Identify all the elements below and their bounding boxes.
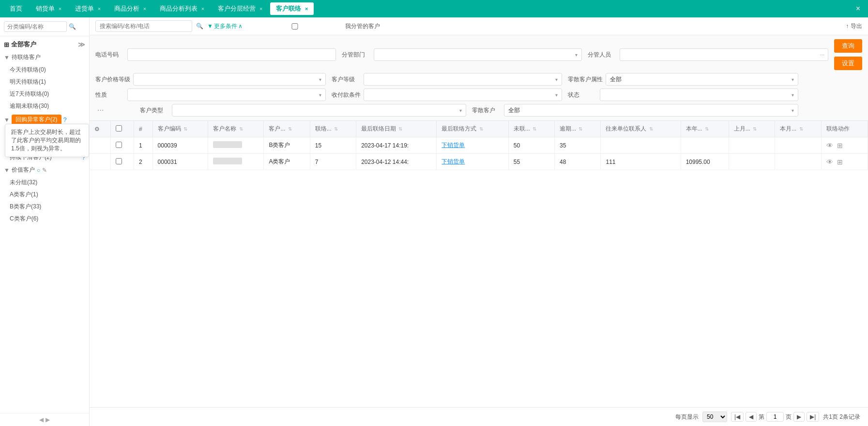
retail-customer-select[interactable]: 全部 ▾ [504,104,798,117]
nav-customer-contact[interactable]: 客户联络 × [270,2,314,15]
filter-dept: 分管部门 ▾ [342,48,582,61]
group-pending-contact[interactable]: ▼ 待联络客户 [0,51,89,64]
sidebar-item-ungrouped[interactable]: 未分组(32) [0,176,89,189]
action-more-icon[interactable]: ⊞ [837,142,843,149]
sidebar-search-icon[interactable]: 🔍 [69,23,76,30]
row-select-checkbox[interactable] [116,142,122,148]
top-nav: 首页 销货单 × 进货单 × 商品分析 × 商品分析列表 × 客户分层经营 × … [0,0,868,17]
row-checkbox [111,137,134,154]
phone-input[interactable] [127,48,336,61]
filter-manager: 分管人员 ··· [588,48,828,61]
status-select[interactable]: ▾ [600,88,798,101]
value-customers-edit[interactable]: ✎ [42,167,47,174]
sidebar-left-arrow[interactable]: ◀ [39,416,44,423]
first-page-btn[interactable]: |◀ [731,412,744,422]
row-index: 1 [134,137,152,154]
row-last-contact-method: 下销货单 [437,154,508,170]
nav-goods-list-close[interactable]: × [201,6,204,12]
chevron-down-icon-2: ▾ [319,77,321,82]
row-contact: 15 [310,137,356,154]
window-close-btn[interactable]: × [852,3,864,14]
sort-unreached: ⇅ [533,126,536,132]
next-page-btn[interactable]: ▶ [793,412,805,422]
sidebar-search-input[interactable] [4,21,67,32]
contact-method-link[interactable]: 下销货单 [442,158,465,165]
select-all-checkbox[interactable] [116,125,122,132]
customer-grade-select[interactable]: ▾ [364,73,562,86]
sidebar-item-overdue-contact[interactable]: 逾期未联络(30) [0,100,89,112]
th-overdue[interactable]: 逾期... ⇅ [555,121,601,137]
search-input[interactable] [95,20,192,32]
content-area: 🔍 ▼ 更多条件 ∧ 我分管的客户 ↑ 导出 电话号码 [90,17,868,426]
th-code[interactable]: 客户编码 ⇅ [152,121,208,137]
th-last-month[interactable]: 上月... ⇅ [729,121,775,137]
sort-contact: ⇅ [334,126,338,132]
price-grade-select[interactable]: ▾ [133,73,326,86]
th-type[interactable]: 客户... ⇅ [264,121,310,137]
th-this-year[interactable]: 本年... ⇅ [681,121,729,137]
action-view-icon[interactable]: 👁 [826,142,833,149]
dept-select[interactable]: ▾ [374,48,582,61]
value-customers-help[interactable]: ○ [37,167,40,174]
sidebar-collapse-btn[interactable]: ≫ [78,41,85,48]
nav-goods-close[interactable]: × [143,6,146,12]
sidebar-item-c-class[interactable]: C类客户(6) [0,213,89,225]
sidebar-item-a-class[interactable]: A类客户(1) [0,189,89,201]
page-input[interactable] [766,412,784,422]
sidebar-item-tomorrow-pending[interactable]: 明天待联络(1) [0,76,89,88]
nav-home[interactable]: 首页 [4,2,28,15]
table-header-row: ⚙ # 客户编码 ⇅ 客户名称 ⇅ 客户... ⇅ 联络... ⇅ 最后联络日期… [90,121,868,137]
row-select-checkbox[interactable] [116,158,122,164]
arrow-icon-3: ▼ [4,167,10,174]
sidebar-item-7days-pending[interactable]: 近7天待联络(0) [0,88,89,100]
sidebar-item-b-class[interactable]: B类客户(33) [0,201,89,213]
all-customers-title[interactable]: ⊞ 全部客户 ≫ [0,36,89,51]
nav-customer-tier[interactable]: 客户分层经营 × [212,2,268,15]
more-filters-btn[interactable]: ··· [95,106,106,115]
filter-more-ellipsis: ··· [95,106,134,115]
th-unit-contact[interactable]: 往来单位联系人 ⇅ [601,121,681,137]
nav-goods-list[interactable]: 商品分析列表 × [154,2,210,15]
export-button[interactable]: ↑ 导出 [846,22,862,30]
tooltip-box: 距客户上次交易时长，超过了此客户的平均交易周期的1.5倍，则视为异常。 [5,124,89,157]
nav-customer-tier-close[interactable]: × [259,6,262,12]
customer-type-select[interactable]: ▾ [172,104,466,117]
table-row: 2 000031 A类客户 7 2023-04-12 14:44: 下销货单 5… [90,154,868,170]
th-last-contact-method[interactable]: 最后联络方式 ⇅ [437,121,508,137]
sort-name: ⇅ [239,126,243,132]
nav-purchase[interactable]: 进货单 × [69,2,107,15]
th-name[interactable]: 客户名称 ⇅ [208,121,264,137]
row-unit-contact [601,137,681,154]
th-this-month[interactable]: 本月... ⇅ [775,121,821,137]
last-page-btn[interactable]: ▶| [807,412,819,422]
my-customers-checkbox[interactable] [246,23,343,29]
nature-select[interactable]: ▾ [127,88,326,101]
th-settings[interactable]: ⚙ [90,121,111,137]
nav-sales[interactable]: 销货单 × [30,2,67,15]
filter-search-icon[interactable]: 🔍 [196,23,203,29]
per-page-select[interactable]: 10 20 50 100 [702,411,727,422]
help-icon-repurchase[interactable]: ? [63,116,67,123]
sidebar-item-today-pending[interactable]: 今天待联络(0) [0,64,89,76]
contact-method-link[interactable]: 下销货单 [442,142,465,148]
query-button[interactable]: 查询 [834,39,862,53]
nav-purchase-close[interactable]: × [98,6,101,12]
action-view-icon[interactable]: 👁 [826,158,833,166]
action-more-icon[interactable]: ⊞ [837,158,843,166]
retail-attr-select[interactable]: 全部 ▾ [606,73,798,86]
more-conditions-btn[interactable]: ▼ 更多条件 ∧ [207,22,243,30]
th-last-contact-date[interactable]: 最后联络日期 ⇅ [356,121,437,137]
nav-customer-contact-close[interactable]: × [305,6,308,12]
prev-page-btn[interactable]: ◀ [746,412,757,422]
manager-select[interactable]: ··· [620,48,828,61]
row-index: 2 [134,154,152,170]
payment-select[interactable]: ▾ [364,88,562,101]
sort-lmonth: ⇅ [753,126,757,132]
th-contact[interactable]: 联络... ⇅ [310,121,356,137]
sidebar-right-arrow[interactable]: ▶ [46,416,50,423]
nav-goods-analysis[interactable]: 商品分析 × [108,2,152,15]
th-unreached[interactable]: 未联... ⇅ [508,121,554,137]
settings-button[interactable]: 设置 [834,57,862,70]
group-value-customers[interactable]: ▼ 价值客户 ○ ✎ [0,163,89,176]
nav-sales-close[interactable]: × [59,6,61,12]
